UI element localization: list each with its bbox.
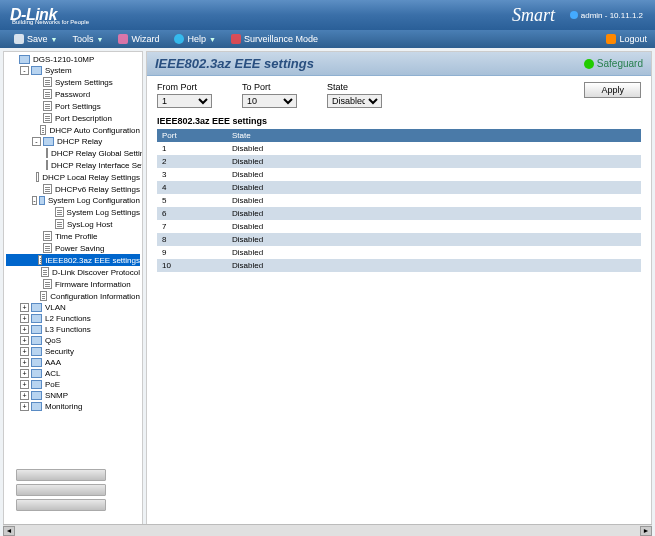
- tree-item-29[interactable]: +Monitoring: [6, 401, 140, 412]
- table-row: 9Disabled: [157, 246, 641, 259]
- chevron-down-icon: ▼: [96, 36, 103, 43]
- app-header: D-Link Building Networks for People Smar…: [0, 0, 655, 30]
- table-row: 4Disabled: [157, 181, 641, 194]
- safeguard-badge: Safeguard: [584, 58, 643, 69]
- tools-menu[interactable]: Tools▼: [66, 32, 109, 46]
- tree-item-2[interactable]: Password: [6, 88, 140, 100]
- tree-item-22[interactable]: +L3 Functions: [6, 324, 140, 335]
- from-port-label: From Port: [157, 82, 212, 92]
- help-menu[interactable]: Help▼: [168, 32, 221, 46]
- tree-item-10[interactable]: DHCPv6 Relay Settings: [6, 183, 140, 195]
- port-state-table: Port State 1Disabled2Disabled3Disabled4D…: [157, 129, 641, 272]
- page-title: IEEE802.3az EEE settings: [155, 56, 314, 71]
- toolbar: Save▼ Tools▼ Wizard Help▼ Surveillance M…: [0, 30, 655, 48]
- tree-item-5[interactable]: DHCP Auto Configuration: [6, 124, 140, 136]
- tree-device[interactable]: DGS-1210-10MP: [6, 54, 140, 65]
- tree-item-23[interactable]: +QoS: [6, 335, 140, 346]
- tree-item-14[interactable]: Time Profile: [6, 230, 140, 242]
- tree-item-27[interactable]: +PoE: [6, 379, 140, 390]
- tree-item-25[interactable]: +AAA: [6, 357, 140, 368]
- main-panel: IEEE802.3az EEE settings Safeguard From …: [146, 51, 652, 533]
- save-menu[interactable]: Save▼: [8, 32, 63, 46]
- horizontal-scrollbar[interactable]: ◄ ►: [3, 524, 652, 536]
- save-icon: [14, 34, 24, 44]
- tree-item-19[interactable]: Configuration Information: [6, 290, 140, 302]
- tree-item-11[interactable]: -System Log Configuration: [6, 195, 140, 206]
- wizard-button[interactable]: Wizard: [112, 32, 165, 46]
- tree-item-0[interactable]: -System: [6, 65, 140, 76]
- logout-button[interactable]: Logout: [606, 34, 647, 44]
- tree-item-7[interactable]: DHCP Relay Global Setting: [6, 147, 140, 159]
- col-state: State: [227, 129, 641, 142]
- table-row: 7Disabled: [157, 220, 641, 233]
- table-row: 3Disabled: [157, 168, 641, 181]
- tree-item-20[interactable]: +VLAN: [6, 302, 140, 313]
- chevron-down-icon: ▼: [51, 36, 58, 43]
- tree-item-17[interactable]: D-Link Discover Protocol: [6, 266, 140, 278]
- tree-item-28[interactable]: +SNMP: [6, 390, 140, 401]
- tree-item-6[interactable]: -DHCP Relay: [6, 136, 140, 147]
- tree-item-4[interactable]: Port Description: [6, 112, 140, 124]
- tree-item-18[interactable]: Firmware Information: [6, 278, 140, 290]
- tree-item-26[interactable]: +ACL: [6, 368, 140, 379]
- tree-item-13[interactable]: SysLog Host: [6, 218, 140, 230]
- table-title: IEEE802.3az EEE settings: [157, 116, 641, 126]
- help-icon: [174, 34, 184, 44]
- to-port-label: To Port: [242, 82, 297, 92]
- state-label: State: [327, 82, 382, 92]
- from-port-select[interactable]: 1: [157, 94, 212, 108]
- tree-item-12[interactable]: System Log Settings: [6, 206, 140, 218]
- smart-logo: Smart: [512, 5, 555, 26]
- tree-item-3[interactable]: Port Settings: [6, 100, 140, 112]
- table-row: 6Disabled: [157, 207, 641, 220]
- tree-item-1[interactable]: System Settings: [6, 76, 140, 88]
- logout-icon: [606, 34, 616, 44]
- surveillance-button[interactable]: Surveillance Mode: [225, 32, 324, 46]
- page-title-bar: IEEE802.3az EEE settings Safeguard: [147, 52, 651, 76]
- table-row: 8Disabled: [157, 233, 641, 246]
- scroll-left-icon[interactable]: ◄: [3, 526, 15, 536]
- device-image: [16, 469, 106, 524]
- table-row: 2Disabled: [157, 155, 641, 168]
- apply-button[interactable]: Apply: [584, 82, 641, 98]
- tree-item-21[interactable]: +L2 Functions: [6, 313, 140, 324]
- tree-item-16[interactable]: IEEE802.3az EEE settings: [6, 254, 140, 266]
- table-row: 5Disabled: [157, 194, 641, 207]
- col-port: Port: [157, 129, 227, 142]
- chevron-down-icon: ▼: [209, 36, 216, 43]
- user-info: admin - 10.11.1.2: [570, 11, 643, 20]
- wizard-icon: [118, 34, 128, 44]
- table-row: 1Disabled: [157, 142, 641, 155]
- nav-sidebar: DGS-1210-10MP-SystemSystem SettingsPassw…: [3, 51, 143, 533]
- tree-item-8[interactable]: DHCP Relay Interface Sett: [6, 159, 140, 171]
- scroll-right-icon[interactable]: ►: [640, 526, 652, 536]
- surveillance-icon: [231, 34, 241, 44]
- tree-item-24[interactable]: +Security: [6, 346, 140, 357]
- state-select[interactable]: Disabled: [327, 94, 382, 108]
- tree-item-15[interactable]: Power Saving: [6, 242, 140, 254]
- to-port-select[interactable]: 10: [242, 94, 297, 108]
- table-row: 10Disabled: [157, 259, 641, 272]
- tree-item-9[interactable]: DHCP Local Relay Settings: [6, 171, 140, 183]
- brand-tagline: Building Networks for People: [12, 19, 89, 25]
